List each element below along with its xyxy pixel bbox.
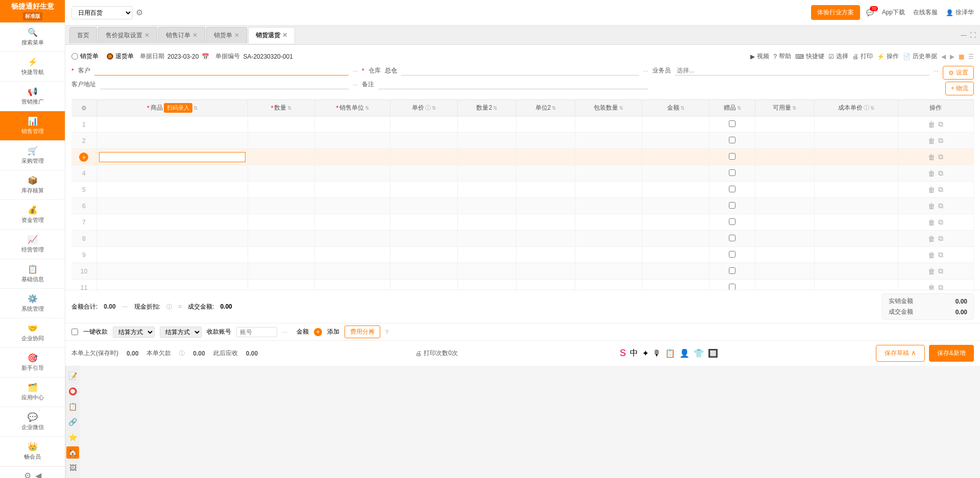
unit2-cell-10[interactable]: [516, 263, 575, 280]
unit2-cell-11[interactable]: [516, 280, 575, 290]
save-new-button[interactable]: 保存&新增: [929, 345, 974, 362]
cost-price-cell-5[interactable]: [814, 182, 898, 198]
cost-price-cell-11[interactable]: [814, 280, 898, 290]
unit2-cell-3[interactable]: [516, 149, 575, 165]
sidebar-item-shortcut[interactable]: ⚡ 快捷导航: [0, 52, 65, 82]
amount-cell-10[interactable]: [642, 263, 709, 280]
online-service-link[interactable]: 在线客服: [913, 8, 938, 17]
pkg-qty-cell-9[interactable]: [575, 247, 642, 263]
copy-row-icon-11[interactable]: ⧉: [938, 283, 943, 290]
qty-cell-3[interactable]: [248, 149, 315, 165]
unit-cell-9[interactable]: [315, 247, 390, 263]
rp-icon-3[interactable]: 📋: [66, 400, 79, 413]
customer-input[interactable]: [94, 66, 349, 76]
copy-row-icon-10[interactable]: ⧉: [938, 267, 943, 275]
unit-cell-2[interactable]: [315, 133, 390, 149]
copy-row-icon-3[interactable]: ⧉: [938, 153, 943, 161]
pkg-qty-cell-2[interactable]: [575, 133, 642, 149]
calendar-icon[interactable]: 📅: [202, 53, 209, 60]
available-cell-5[interactable]: [755, 182, 814, 198]
available-cell-4[interactable]: [755, 165, 814, 182]
amount-cell-2[interactable]: [642, 133, 709, 149]
delete-row-icon-9[interactable]: 🗑: [928, 251, 935, 259]
unit-cell-1[interactable]: [315, 116, 390, 133]
qty-cell-11[interactable]: [248, 280, 315, 290]
amount-cell-5[interactable]: [642, 182, 709, 198]
shortcut-btn[interactable]: ⌨ 快捷键: [795, 52, 824, 61]
unit2-sort-icon[interactable]: ⇅: [552, 105, 556, 111]
unit2-cell-9[interactable]: [516, 247, 575, 263]
pkg-qty-cell-5[interactable]: [575, 182, 642, 198]
video-btn[interactable]: ▶ 视频: [750, 52, 769, 61]
sidebar-item-marketing[interactable]: 📢 营销推广: [0, 82, 65, 111]
price-cell-10[interactable]: [390, 263, 458, 280]
add-row-button[interactable]: +: [79, 153, 88, 162]
message-area[interactable]: 💬 70: [866, 9, 874, 16]
gift-checkbox-6[interactable]: [729, 202, 736, 209]
qty-cell-9[interactable]: [248, 247, 315, 263]
amount-cell-6[interactable]: [642, 198, 709, 214]
pkg-sort-icon[interactable]: ⇅: [619, 105, 623, 111]
goods-cell-4[interactable]: [96, 165, 248, 182]
unit-cell-3[interactable]: [315, 149, 390, 165]
cost-price-cell-7[interactable]: [814, 214, 898, 231]
amount-cell-7[interactable]: [642, 214, 709, 231]
tab-sale-price-close[interactable]: ✕: [144, 32, 150, 39]
unit2-cell-2[interactable]: [516, 133, 575, 149]
pkg-qty-cell-8[interactable]: [575, 231, 642, 247]
copy-row-icon-8[interactable]: ⧉: [938, 234, 943, 243]
price-cell-11[interactable]: [390, 280, 458, 290]
gift-checkbox-7[interactable]: [729, 218, 736, 225]
one-click-checkbox[interactable]: [71, 329, 78, 335]
available-cell-7[interactable]: [755, 214, 814, 231]
qty2-cell-8[interactable]: [457, 231, 516, 247]
sidebar-item-sales[interactable]: 📊 销售管理: [0, 111, 65, 141]
qty2-cell-6[interactable]: [457, 198, 516, 214]
amount-cell-11[interactable]: [642, 280, 709, 290]
gift-checkbox-11[interactable]: [729, 284, 736, 290]
add-fee-button[interactable]: +: [314, 328, 322, 336]
delete-row-icon-3[interactable]: 🗑: [928, 153, 935, 161]
sidebar-item-member[interactable]: 👑 畅会员: [0, 437, 65, 466]
unit-cell-7[interactable]: [315, 214, 390, 231]
available-cell-10[interactable]: [755, 263, 814, 280]
salesperson-dots[interactable]: ···: [934, 67, 939, 74]
gift-sort-icon[interactable]: ⇅: [737, 105, 741, 111]
qty2-cell-1[interactable]: [457, 116, 516, 133]
goods-cell-2[interactable]: [96, 133, 248, 149]
customer-address-input[interactable]: [100, 80, 349, 89]
gift-cell-4[interactable]: [709, 165, 755, 182]
rp-icon-4[interactable]: 🔗: [66, 416, 79, 428]
pkg-qty-cell-7[interactable]: [575, 214, 642, 231]
save-draft-button[interactable]: 保存草稿 ∧: [876, 345, 925, 362]
sidebar-item-operations[interactable]: 📈 经营管理: [0, 230, 65, 259]
unit2-cell-8[interactable]: [516, 231, 575, 247]
price-cell-2[interactable]: [390, 133, 458, 149]
available-cell-11[interactable]: [755, 280, 814, 290]
gift-checkbox-3[interactable]: [729, 153, 736, 160]
sale-radio-input[interactable]: [71, 53, 78, 60]
delete-row-icon-10[interactable]: 🗑: [928, 267, 935, 275]
account-dots[interactable]: ···: [282, 329, 287, 336]
qty2-cell-2[interactable]: [457, 133, 516, 149]
amount-cell-4[interactable]: [642, 165, 709, 182]
qty-cell-6[interactable]: [248, 198, 315, 214]
tab-minimize-icon[interactable]: —: [961, 32, 967, 39]
unit2-cell-7[interactable]: [516, 214, 575, 231]
goods-cell-8[interactable]: [96, 231, 248, 247]
qty2-cell-9[interactable]: [457, 247, 516, 263]
address-dots[interactable]: ···: [353, 81, 358, 88]
goods-cell-5[interactable]: [96, 182, 248, 198]
goods-cell-7[interactable]: [96, 214, 248, 231]
tab-expand-icon[interactable]: ⛶: [970, 32, 976, 39]
select-btn[interactable]: ☑ 选择: [828, 52, 848, 61]
sidebar-item-system[interactable]: ⚙️ 系统管理: [0, 289, 65, 318]
available-cell-1[interactable]: [755, 116, 814, 133]
gift-cell-3[interactable]: [709, 149, 755, 165]
sort-icon[interactable]: ⇅: [193, 105, 198, 111]
arrears-info-icon[interactable]: ⓘ: [179, 349, 185, 357]
customer-dots[interactable]: ···: [353, 67, 358, 74]
delete-row-icon-1[interactable]: 🗑: [928, 120, 935, 129]
pkg-qty-cell-10[interactable]: [575, 263, 642, 280]
delete-row-icon-6[interactable]: 🗑: [928, 202, 935, 210]
